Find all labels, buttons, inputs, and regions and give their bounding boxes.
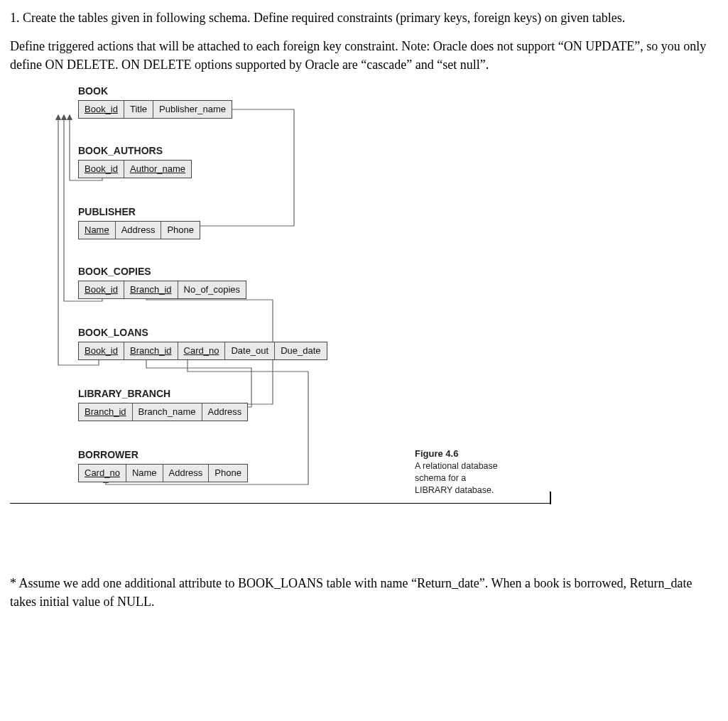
figure-caption-line-2: schema for a [415,473,466,483]
table-title-book-loans: BOOK_LOANS [78,325,327,340]
schema-diagram: BOOK Book_id Title Publisher_name BOOK_A… [10,84,717,538]
col-date-out: Date_out [225,342,275,360]
col-address: Address [163,465,210,482]
table-book: BOOK Book_id Title Publisher_name [78,84,232,119]
question-paragraph-1: 1. Create the tables given in following … [10,9,718,27]
col-address: Address [116,222,162,239]
question-paragraph-2: Define triggered actions that will be at… [10,37,718,74]
col-branch-id: Branch_id [124,281,178,299]
col-name: Name [126,465,163,482]
col-phone: Phone [161,222,200,239]
figure-number: Figure 4.6 [415,448,458,459]
table-row: Book_id Branch_id No_of_copies [78,281,246,300]
table-title-borrower: BORROWER [78,448,248,462]
table-borrower: BORROWER Card_no Name Address Phone [78,448,248,482]
table-publisher: PUBLISHER Name Address Phone [78,205,200,239]
table-book-authors: BOOK_AUTHORS Book_id Author_name [78,143,192,178]
table-title-book-copies: BOOK_COPIES [78,264,246,278]
figure-caption: Figure 4.6 A relational database schema … [415,448,557,497]
col-phone: Phone [209,465,247,482]
table-title-book-authors: BOOK_AUTHORS [78,143,192,158]
col-card-no: Card_no [178,342,226,360]
table-book-copies: BOOK_COPIES Book_id Branch_id No_of_copi… [78,264,246,299]
col-address: Address [202,403,248,421]
table-library-branch: LIBRARY_BRANCH Branch_id Branch_name Add… [78,386,248,421]
table-row: Name Address Phone [78,221,200,240]
table-title-publisher: PUBLISHER [78,205,200,219]
table-row: Branch_id Branch_name Address [78,403,248,422]
table-row: Book_id Branch_id Card_no Date_out Due_d… [78,342,327,361]
table-row: Card_no Name Address Phone [78,464,248,483]
col-book-id: Book_id [79,342,124,360]
table-row: Book_id Author_name [78,160,192,179]
table-title-library-branch: LIBRARY_BRANCH [78,386,248,401]
col-title: Title [124,101,153,119]
col-no-of-copies: No_of_copies [178,281,246,299]
table-row: Book_id Title Publisher_name [78,100,232,119]
col-book-id: Book_id [79,281,124,299]
table-book-loans: BOOK_LOANS Book_id Branch_id Card_no Dat… [78,325,327,360]
col-book-id: Book_id [79,101,124,119]
text-cursor [550,492,551,504]
col-book-id: Book_id [79,161,124,178]
col-publisher-name: Publisher_name [153,101,232,119]
figure-caption-line-1: A relational database [415,461,498,471]
col-branch-id: Branch_id [124,342,178,360]
col-branch-name: Branch_name [133,403,202,421]
table-title-book: BOOK [78,84,232,98]
col-card-no: Card_no [79,465,126,482]
divider-line [10,503,550,504]
col-author-name: Author_name [124,161,191,178]
footnote: * Assume we add one additional attribute… [10,574,718,611]
col-due-date: Due_date [275,342,326,360]
figure-caption-line-3: LIBRARY database. [415,485,494,495]
col-name: Name [79,222,116,239]
col-branch-id: Branch_id [79,403,133,421]
